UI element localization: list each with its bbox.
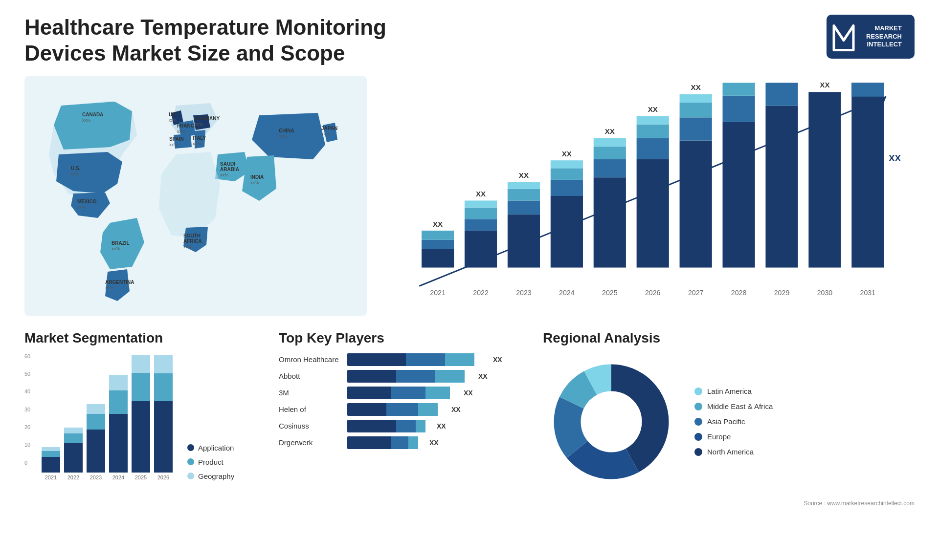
- seg-bar-2026: 2026: [154, 355, 173, 480]
- header: Healthcare Temperature Monitoring Device…: [24, 15, 915, 66]
- svg-rect-72: [680, 140, 712, 267]
- svg-rect-66: [637, 159, 669, 267]
- player-bar-seg2-drger: [391, 436, 408, 449]
- legend-dot-geography: [187, 473, 194, 479]
- donut-container: Latin America Middle East & Africa Asia …: [543, 353, 915, 490]
- seg-prod-2023: [87, 414, 105, 430]
- svg-text:2023: 2023: [516, 289, 532, 297]
- svg-text:xx%: xx%: [177, 129, 185, 134]
- svg-rect-51: [508, 182, 540, 189]
- world-map: CANADA xx% U.S. xx% MEXICO xx% BRAZIL xx…: [24, 76, 367, 316]
- seg-chart-wrapper: 60 50 40 30 20 10 0: [24, 353, 173, 480]
- logo: MARKET RESEARCH INTELLECT: [827, 15, 915, 59]
- player-bar-omron: [347, 353, 484, 366]
- svg-rect-60: [594, 177, 626, 267]
- svg-rect-55: [551, 180, 583, 196]
- svg-text:2031: 2031: [860, 289, 876, 297]
- player-bar-seg3-abbott: [435, 370, 465, 383]
- seg-bar-2022: 2022: [64, 355, 83, 480]
- svg-text:2026: 2026: [645, 289, 661, 297]
- seg-prod-2025: [132, 373, 150, 401]
- svg-rect-83: [765, 106, 798, 267]
- svg-rect-68: [637, 124, 669, 138]
- svg-rect-69: [637, 116, 669, 124]
- y-label-10: 10: [24, 442, 30, 448]
- seg-prod-2026: [154, 373, 173, 401]
- legend-latin-america: Latin America: [694, 387, 773, 395]
- svg-text:ITALY: ITALY: [193, 135, 206, 141]
- svg-rect-37: [422, 249, 454, 267]
- player-bar-cosinuss: [347, 420, 428, 432]
- player-value-omron: XX: [493, 356, 502, 364]
- seg-prod-2024: [109, 390, 128, 414]
- seg-app-2024: [109, 414, 128, 473]
- svg-text:MEXICO: MEXICO: [77, 199, 97, 204]
- svg-text:xx%: xx%: [77, 205, 86, 210]
- y-label-30: 30: [24, 407, 30, 412]
- top-row: CANADA xx% U.S. xx% MEXICO xx% BRAZIL xx…: [24, 76, 915, 316]
- bar-chart-svg: XX 2021 XX 2022 XX 2023: [396, 81, 905, 311]
- svg-text:XX: XX: [605, 127, 615, 135]
- svg-rect-67: [637, 138, 669, 159]
- player-name-drger: Drgerwerk: [279, 438, 342, 447]
- y-label-60: 60: [24, 353, 30, 359]
- source-container: Source : www.marketresearchintellect.com: [543, 500, 915, 507]
- svg-text:xx%: xx%: [195, 122, 203, 127]
- legend-label-application: Application: [198, 444, 234, 452]
- seg-geo-2025: [132, 355, 150, 373]
- legend-asia-pacific: Asia Pacific: [694, 417, 773, 426]
- seg-legend: Application Product Geography: [187, 444, 251, 480]
- seg-year-2026: 2026: [157, 474, 169, 480]
- player-bar-3m: [347, 387, 455, 399]
- seg-geo-2021: [42, 447, 60, 451]
- player-name-helen: Helen of: [279, 405, 342, 413]
- dot-north-america: [694, 448, 702, 456]
- svg-rect-87: [808, 92, 841, 267]
- map-section: CANADA xx% U.S. xx% MEXICO xx% BRAZIL xx…: [24, 76, 367, 316]
- svg-text:2022: 2022: [473, 289, 489, 297]
- svg-text:2021: 2021: [430, 289, 446, 297]
- svg-text:xx%: xx%: [193, 141, 201, 146]
- label-latin-america: Latin America: [707, 387, 752, 395]
- svg-text:GERMANY: GERMANY: [195, 116, 220, 121]
- page-title: Healthcare Temperature Monitoring Device…: [24, 15, 391, 66]
- dot-asia-pacific: [694, 418, 702, 426]
- svg-text:XX: XX: [820, 81, 829, 89]
- svg-rect-73: [680, 117, 712, 140]
- seg-prod-2021: [42, 451, 60, 457]
- svg-text:2029: 2029: [774, 289, 790, 297]
- svg-text:ARABIA: ARABIA: [220, 167, 239, 172]
- svg-rect-79: [722, 95, 755, 122]
- donut-chart: [543, 353, 680, 490]
- svg-text:CANADA: CANADA: [82, 112, 103, 117]
- svg-text:2025: 2025: [602, 289, 618, 297]
- player-bar-seg3-3m: [425, 387, 450, 399]
- svg-text:XX: XX: [519, 171, 529, 179]
- legend-product: Product: [187, 458, 251, 466]
- svg-rect-44: [465, 207, 497, 219]
- seg-stacked-2023: [87, 355, 105, 473]
- seg-app-2023: [87, 430, 105, 473]
- svg-text:SPAIN: SPAIN: [169, 136, 184, 142]
- svg-text:BRAZIL: BRAZIL: [112, 240, 130, 246]
- seg-prod-2022: [64, 433, 83, 443]
- player-row-3m: 3M XX: [279, 387, 533, 399]
- label-asia-pacific: Asia Pacific: [707, 417, 745, 426]
- svg-point-100: [581, 391, 642, 452]
- svg-text:2027: 2027: [688, 289, 704, 297]
- player-value-drger: XX: [429, 439, 439, 447]
- player-bar-seg1-cosinuss: [347, 420, 396, 432]
- player-bar-seg1-helen: [347, 403, 386, 416]
- regional-section: Regional Analysis: [543, 330, 915, 545]
- svg-rect-63: [594, 138, 626, 146]
- seg-app-2022: [64, 443, 83, 473]
- legend-application: Application: [187, 444, 251, 452]
- svg-rect-61: [594, 159, 626, 177]
- seg-stacked-2022: [64, 355, 83, 473]
- player-bar-helen: [347, 403, 443, 416]
- player-row-helen: Helen of XX: [279, 403, 533, 416]
- bar-chart: XX 2021 XX 2022 XX 2023: [396, 81, 905, 311]
- svg-rect-43: [465, 219, 497, 231]
- svg-text:U.K.: U.K.: [169, 112, 179, 117]
- logo-text: MARKET RESEARCH INTELLECT: [866, 24, 902, 49]
